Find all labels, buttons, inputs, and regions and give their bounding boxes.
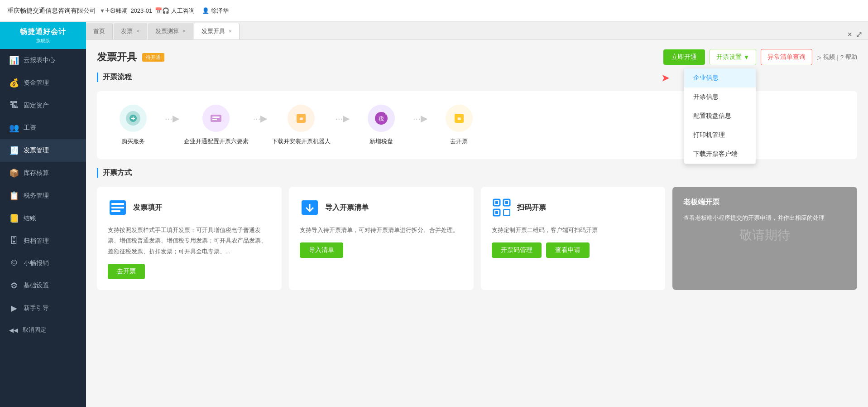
scan-card-desc: 支持定制开票二维码，客户端可扫码开票 [492, 225, 655, 235]
user-button[interactable]: 👤 徐泽华 [202, 7, 229, 15]
sidebar-item-inventory[interactable]: 📦 库存核算 [0, 162, 86, 184]
flow-step-issue: ≡ 去开票 [432, 105, 486, 145]
sidebar-item-tax[interactable]: 📋 税务管理 [0, 184, 86, 207]
tab-invoice-issue[interactable]: 发票开具 × [194, 23, 240, 39]
sidebar-item-label: 新手引导 [24, 304, 49, 312]
sidebar-item-cloud-report[interactable]: 📊 云报表中心 [0, 49, 86, 72]
svg-text:≡: ≡ [457, 115, 461, 122]
tab-invoice-calc-label: 发票测算 [155, 27, 179, 35]
sidebar-bottom-action[interactable]: ◀◀ 取消固定 [0, 320, 86, 340]
dropdown-label-invoice-info: 开票信息 [693, 93, 719, 100]
sidebar-item-salary[interactable]: 👥 工资 [0, 116, 86, 139]
qr-manage-button[interactable]: 开票码管理 [492, 242, 542, 258]
status-badge: 待开通 [142, 53, 164, 62]
sidebar-item-fund[interactable]: 💰 资金管理 [0, 72, 86, 94]
dropdown-item-company-info[interactable]: ➤ 企业信息 [684, 68, 756, 87]
svg-rect-14 [111, 203, 124, 205]
dropdown-item-download[interactable]: 下载开票客户端 [684, 145, 756, 164]
page-content: 发票开具 待开通 立即开通 开票设置 ▼ ➤ 企业信息 [86, 40, 868, 407]
report-icon: © [9, 258, 19, 268]
tab-invoice[interactable]: 发票 × [114, 23, 147, 39]
flow-arrow-2: ···▶ [253, 113, 268, 124]
sidebar-logo: 畅捷通好会计 旗舰版 [0, 22, 86, 49]
sidebar-item-label: 基础设置 [24, 281, 49, 290]
sidebar-item-accounting[interactable]: 📒 结账 [0, 207, 86, 230]
gear-icon[interactable]: ⚙ [110, 6, 116, 15]
tab-bar-actions: × ⤢ [842, 29, 868, 39]
support-button[interactable]: 🎧 人工咨询 [162, 7, 195, 15]
setting-button[interactable]: 开票设置 ▼ [710, 49, 757, 65]
sidebar-item-settings[interactable]: ⚙ 基础设置 [0, 274, 86, 297]
user-icon: 👤 [202, 7, 209, 14]
period-value: 2023-01 [130, 7, 152, 14]
fill-card-title: 发票填开 [133, 203, 162, 213]
flow-step-download-label: 下载并安装开票机器人 [272, 137, 331, 145]
tab-invoice-calc-close[interactable]: × [182, 28, 186, 34]
dropdown-item-tax-config[interactable]: 配置税盘信息 [684, 107, 756, 126]
unpin-label: 取消固定 [23, 326, 46, 334]
flow-step-issue-label: 去开票 [450, 137, 468, 145]
tab-home[interactable]: 首页 [86, 23, 113, 39]
cloud-report-icon: 📊 [9, 55, 19, 65]
boss-card-title: 老板端开票 [683, 198, 846, 207]
boss-card-overlay: 敬请期待 [683, 227, 846, 244]
sidebar-item-label: 税务管理 [24, 192, 49, 200]
logo-sub: 旗舰版 [36, 38, 50, 44]
company-selector[interactable]: 重庆畅捷交通信息咨询有限公司 ▼ [7, 7, 105, 15]
import-icon [300, 198, 320, 218]
flow-step-download: ≡ 下载并安装开票机器人 [272, 105, 331, 145]
flow-step-config: 企业开通配置开票六要素 [184, 105, 249, 145]
sidebar-item-report[interactable]: © 小畅报销 [0, 252, 86, 274]
svg-text:税: 税 [379, 116, 384, 122]
svg-rect-23 [505, 201, 508, 204]
svg-rect-15 [111, 207, 124, 208]
sidebar-item-label: 发票管理 [24, 146, 49, 155]
tax-icon: 📋 [9, 191, 19, 201]
content-area: 首页 发票 × 发票测算 × 发票开具 × × ⤢ 发票开具 [86, 22, 868, 407]
flow-step-taxdisk: 税+ 新增税盘 [354, 105, 408, 145]
flow-arrow-3: ···▶ [335, 113, 350, 124]
invoice-icon: 🧾 [9, 145, 19, 155]
import-list-button[interactable]: 导入清单 [300, 242, 343, 258]
fill-invoice-button[interactable]: 去开票 [108, 264, 145, 279]
dropdown-item-invoice-info[interactable]: 开票信息 [684, 87, 756, 107]
top-bar: 重庆畅捷交通信息咨询有限公司 ▼ + ⚙ 账期 2023-01 📅 🎧 人工咨询… [0, 0, 868, 22]
setting-button-label: 开票设置 [716, 53, 742, 61]
scan-card-title: 扫码开票 [517, 203, 546, 213]
chevron-down-icon: ▼ [743, 53, 750, 61]
svg-rect-5 [212, 119, 217, 120]
help-label[interactable]: 帮助 [845, 53, 857, 61]
red-arrow-icon: ➤ [662, 73, 669, 83]
page-title: 发票开具 [97, 50, 137, 64]
view-apply-button[interactable]: 查看申请 [546, 242, 590, 258]
video-label[interactable]: 视频 [823, 53, 835, 61]
method-card-boss: 老板端开票 查看老板端小程序提交的开票申请，并作出相应的处理 敬请期待 [672, 187, 857, 290]
sidebar-item-invoice[interactable]: 🧾 发票管理 [0, 139, 86, 162]
main-layout: 畅捷通好会计 旗舰版 📊 云报表中心 💰 资金管理 🏗 固定资产 👥 工资 🧾 … [0, 22, 868, 407]
add-button[interactable]: + [105, 6, 110, 15]
sidebar-item-label: 结账 [24, 214, 36, 223]
dropdown-item-printer[interactable]: 打印机管理 [684, 126, 756, 145]
sidebar-item-fixed-assets[interactable]: 🏗 固定资产 [0, 94, 86, 116]
guide-icon: ▶ [9, 303, 19, 313]
sidebar-item-guide[interactable]: ▶ 新手引导 [0, 297, 86, 320]
method-section: 开票方式 发票填开 支持按照发票样式手工填开发票；可开具增值税电子普通发票、增值… [97, 168, 857, 290]
close-all-button[interactable]: × [847, 30, 852, 39]
abnormal-button[interactable]: 异常清单查询 [761, 49, 812, 65]
import-card-title: 导入开票清单 [325, 203, 369, 213]
method-card-fill-header: 发票填开 [108, 198, 271, 218]
tab-invoice-issue-label: 发票开具 [201, 27, 225, 35]
tab-invoice-issue-close[interactable]: × [229, 28, 232, 34]
expand-button[interactable]: ⤢ [856, 29, 863, 39]
headset-icon: 🎧 [162, 7, 169, 14]
method-card-fill: 发票填开 支持按照发票样式手工填开发票；可开具增值税电子普通发票、增值税普通发票… [97, 187, 282, 290]
tab-invoice-close[interactable]: × [136, 28, 139, 34]
sidebar-item-archive[interactable]: 🗄 归档管理 [0, 230, 86, 252]
boss-card-desc: 查看老板端小程序提交的开票申请，并作出相应的处理 [683, 213, 846, 223]
tab-invoice-calc[interactable]: 发票测算 × [148, 23, 193, 39]
activate-button[interactable]: 立即开通 [663, 49, 705, 65]
svg-text:≡: ≡ [299, 115, 303, 122]
sidebar-item-label: 固定资产 [24, 102, 49, 110]
sidebar-item-label: 资金管理 [24, 79, 49, 87]
support-label: 人工咨询 [171, 7, 195, 15]
